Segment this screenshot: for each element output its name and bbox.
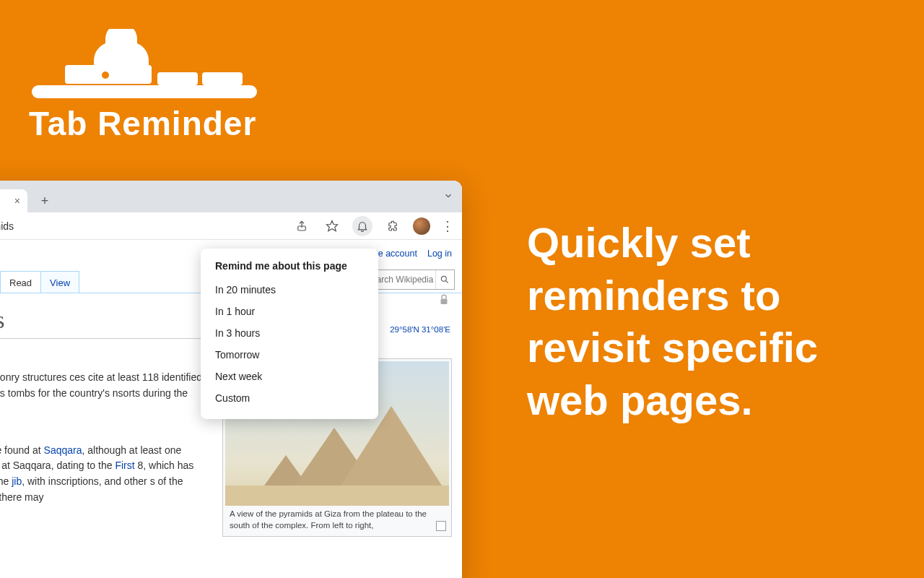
tab-read[interactable]: Read bbox=[0, 271, 41, 293]
reminder-option[interactable]: Next week bbox=[215, 366, 364, 387]
share-icon[interactable] bbox=[292, 216, 312, 236]
svg-point-9 bbox=[441, 276, 446, 281]
reminder-option[interactable]: Custom bbox=[215, 387, 364, 409]
reminder-option[interactable]: Tomorrow bbox=[215, 344, 364, 366]
browser-window: × + ki/Egyptian_pyramids ⋮ Create acco bbox=[0, 181, 462, 578]
browser-tab[interactable]: × bbox=[0, 189, 27, 212]
svg-rect-3 bbox=[202, 72, 243, 85]
svg-rect-0 bbox=[32, 85, 257, 98]
reminder-popup: Remind me about this page In 20 minutes … bbox=[201, 249, 378, 419]
extensions-icon[interactable] bbox=[383, 216, 403, 236]
coordinates[interactable]: 29°58′N 31°08′E bbox=[390, 325, 450, 334]
svg-rect-2 bbox=[157, 72, 198, 85]
close-tab-icon[interactable]: × bbox=[14, 195, 20, 207]
text-fragment: nsorts during the bbox=[113, 387, 188, 399]
article-subtitle: encyclopedia bbox=[0, 345, 202, 355]
app-name: Tab Reminder bbox=[29, 104, 260, 143]
reminder-option[interactable]: In 20 minutes bbox=[215, 279, 364, 301]
infobox-caption: A view of the pyramids at Giza from the … bbox=[225, 506, 449, 534]
address-bar[interactable]: ki/Egyptian_pyramids bbox=[0, 220, 282, 232]
expand-image-icon[interactable] bbox=[436, 521, 446, 531]
tab-strip: × + bbox=[0, 181, 462, 212]
browser-menu-icon[interactable]: ⋮ bbox=[440, 218, 455, 234]
link-first[interactable]: First bbox=[115, 460, 134, 471]
tabs-chevron-icon[interactable] bbox=[443, 191, 453, 204]
profile-avatar[interactable] bbox=[413, 217, 430, 235]
text-fragment: , with inscriptions, and other s of the … bbox=[0, 475, 183, 503]
svg-rect-11 bbox=[441, 299, 448, 305]
article-title: pyramids bbox=[0, 306, 202, 339]
text-fragment: yptian pyramids are found at bbox=[0, 444, 44, 456]
marketing-tagline: Quickly set reminders to revisit specifi… bbox=[527, 217, 895, 426]
login-link[interactable]: Log in bbox=[427, 249, 452, 259]
search-icon[interactable] bbox=[435, 270, 453, 289]
svg-marker-7 bbox=[327, 220, 338, 230]
bell-icon[interactable] bbox=[352, 216, 372, 236]
popup-heading: Remind me about this page bbox=[215, 260, 364, 272]
browser-toolbar: ki/Egyptian_pyramids ⋮ bbox=[0, 212, 462, 240]
article-text: ds are ancient masonry structures ces ci… bbox=[0, 370, 202, 506]
star-icon[interactable] bbox=[322, 216, 342, 236]
reminder-option[interactable]: In 1 hour bbox=[215, 301, 364, 322]
new-tab-button[interactable]: + bbox=[35, 191, 55, 211]
link-saqqara[interactable]: Saqqara bbox=[44, 444, 82, 456]
svg-point-5 bbox=[102, 72, 109, 79]
lock-icon bbox=[437, 293, 450, 309]
svg-line-10 bbox=[445, 281, 448, 283]
tab-view[interactable]: View bbox=[40, 271, 79, 293]
app-logo bbox=[29, 29, 260, 101]
link-jib[interactable]: jib bbox=[12, 475, 22, 487]
reminder-option[interactable]: In 3 hours bbox=[215, 322, 364, 344]
